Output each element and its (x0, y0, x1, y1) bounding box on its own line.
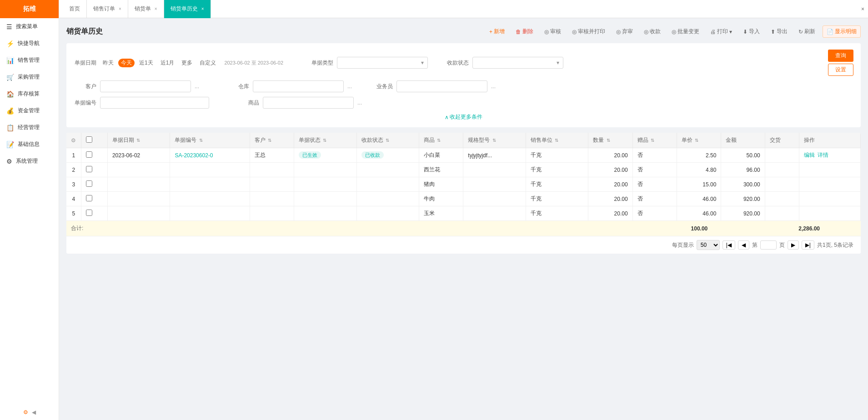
sidebar-item-purchase-mgmt[interactable]: 🛒 采购管理 (0, 69, 59, 85)
date-tag-yesterday[interactable]: 昨天 (100, 59, 116, 67)
collect-icon: ◎ (644, 29, 648, 35)
sidebar-item-label: 经营管理 (18, 124, 40, 131)
date-tag-last7[interactable]: 近1天 (136, 59, 156, 67)
collect-status-arrow: ▾ (557, 60, 559, 66)
warehouse-label: 仓库 (226, 83, 249, 90)
sidebar-item-label: 销售管理 (18, 56, 40, 64)
tab-sales-order-close[interactable]: × (119, 6, 121, 11)
page-next-button[interactable]: ▶ (788, 240, 799, 250)
action-btn[interactable]: 详情 (818, 152, 828, 158)
doc-status-badge: 已生效 (299, 151, 321, 159)
select-all-checkbox[interactable] (86, 136, 92, 143)
import-button[interactable]: ⬇ 导入 (739, 26, 763, 37)
sidebar-settings-icon[interactable]: ⚙ (23, 409, 28, 415)
abandon-button[interactable]: ◎ 弃审 (612, 26, 637, 37)
page-total: 共1页, 5条记录 (817, 241, 853, 249)
row-checkbox (81, 177, 107, 192)
refresh-button[interactable]: ↻ 刷新 (795, 26, 819, 37)
abandon-icon: ◎ (616, 29, 621, 35)
row-select-checkbox[interactable] (86, 151, 92, 158)
row-select-checkbox[interactable] (86, 180, 92, 187)
export-button[interactable]: ⬆ 导出 (767, 26, 791, 37)
col-docstatus-header[interactable]: 单据状态 ⇅ (294, 133, 356, 148)
customer-input[interactable] (100, 80, 191, 92)
row-goods: 小白菜 (419, 148, 463, 163)
footer-total-qty: 100.00 (691, 225, 708, 232)
doc-type-select[interactable]: ▾ (337, 57, 428, 69)
warehouse-input[interactable] (253, 80, 344, 92)
setting-button[interactable]: 设置 (828, 64, 853, 76)
table-area: ⚙ 单据日期 ⇅ 单据编号 ⇅ (66, 133, 861, 254)
date-tag-more[interactable]: 更多 (179, 59, 195, 67)
doc-number-input[interactable] (100, 97, 209, 109)
filter-row-3: 单据编号 商品 ... (74, 97, 853, 109)
inventory-icon: 🏠 (6, 90, 14, 98)
delete-button[interactable]: 🗑 删除 (512, 26, 537, 37)
customer-dots[interactable]: ... (195, 83, 199, 90)
col-docno-header[interactable]: 单据编号 ⇅ (170, 133, 250, 148)
row-select-checkbox[interactable] (86, 195, 92, 201)
per-page-select[interactable]: 50 100 200 (697, 240, 720, 250)
row-qty: 20.00 (588, 206, 632, 221)
collapse-button[interactable]: ∧ 收起更多条件 (74, 113, 853, 121)
row-doc-status: 已生效 (294, 148, 356, 163)
page-prev-button[interactable]: ◀ (738, 240, 749, 250)
date-tag-today[interactable]: 今天 (118, 59, 135, 67)
sidebar-item-inventory[interactable]: 🏠 库存核算 (0, 85, 59, 102)
col-customer-header[interactable]: 客户 ⇅ (250, 133, 294, 148)
col-spec-header[interactable]: 规格型号 ⇅ (463, 133, 526, 148)
audit-print-button[interactable]: ◎ 审核并打印 (568, 26, 609, 37)
collect-status-select[interactable]: ▾ (472, 57, 563, 69)
row-actions (799, 192, 860, 206)
sidebar-collapse-icon[interactable]: ◀ (32, 409, 36, 415)
tab-sales-history[interactable]: 销货单历史 × (164, 0, 211, 18)
business-dots[interactable]: ... (491, 83, 496, 90)
sidebar-item-quick-nav[interactable]: ⚡ 快捷导航 (0, 35, 59, 52)
print-button[interactable]: 🖨 打印 ▾ (707, 26, 736, 37)
sidebar-item-system[interactable]: ⚙ 系统管理 (0, 153, 59, 170)
col-date-header[interactable]: 单据日期 ⇅ (107, 133, 170, 148)
sidebar-item-basic-info[interactable]: 📝 基础信息 (0, 136, 59, 153)
page-number-input[interactable]: 1 (760, 240, 777, 250)
sidebar-item-operation[interactable]: 📋 经营管理 (0, 119, 59, 136)
business-input[interactable] (396, 80, 487, 92)
batch-change-button[interactable]: ◎ 批量变更 (668, 26, 703, 37)
col-gift-header[interactable]: 赠品 ⇅ (632, 133, 677, 148)
goods-input[interactable] (263, 97, 354, 109)
goods-dots[interactable]: ... (357, 100, 362, 106)
show-detail-button[interactable]: 📄 显示明细 (823, 25, 861, 38)
tab-sales-delivery[interactable]: 销货单 × (128, 0, 164, 18)
warehouse-dots[interactable]: ... (347, 83, 352, 90)
collect-button[interactable]: ◎ 收款 (640, 26, 664, 37)
sidebar-item-sales-mgmt[interactable]: 📊 销售管理 (0, 52, 59, 69)
page-last-button[interactable]: ▶| (802, 240, 814, 250)
tab-home[interactable]: 首页 (63, 0, 87, 18)
date-tag-custom[interactable]: 自定义 (197, 59, 219, 67)
row-select-checkbox[interactable] (86, 210, 92, 216)
query-button[interactable]: 查询 (828, 50, 853, 62)
new-button[interactable]: + 新增 (486, 26, 508, 37)
col-qty-header[interactable]: 数量 ⇅ (588, 133, 632, 148)
gear-icon[interactable]: ⚙ (71, 137, 76, 144)
row-select-checkbox[interactable] (86, 166, 92, 172)
page-label-pre: 第 (752, 241, 758, 249)
tab-close-all[interactable]: × (861, 6, 864, 12)
audit-button[interactable]: ◎ 审核 (541, 26, 565, 37)
col-price-header[interactable]: 单价 ⇅ (677, 133, 721, 148)
tab-sales-order[interactable]: 销售订单 × (87, 0, 128, 18)
page-first-button[interactable]: |◀ (722, 240, 735, 250)
date-tag-last30[interactable]: 近1月 (158, 59, 177, 67)
docno-link[interactable]: SA-20230602-0 (175, 152, 213, 159)
row-qty: 20.00 (588, 163, 632, 177)
col-collectstatus-header[interactable]: 收款状态 ⇅ (356, 133, 419, 148)
main-area: 首页 销售订单 × 销货单 × 销货单历史 × × 销货单历史 + 新增 (59, 0, 868, 420)
tab-sales-history-close[interactable]: × (201, 6, 204, 11)
sidebar-item-search-menu[interactable]: ☰ 搜索菜单 (0, 18, 59, 35)
col-unit-header[interactable]: 销售单位 ⇅ (526, 133, 588, 148)
date-label: 单据日期 (74, 59, 96, 67)
show-detail-icon: 📄 (827, 29, 833, 35)
col-goods-header[interactable]: 商品 ⇅ (419, 133, 463, 148)
tab-sales-delivery-close[interactable]: × (155, 6, 157, 11)
action-btn[interactable]: 编辑 (804, 152, 815, 158)
sidebar-item-finance[interactable]: 💰 资金管理 (0, 102, 59, 119)
